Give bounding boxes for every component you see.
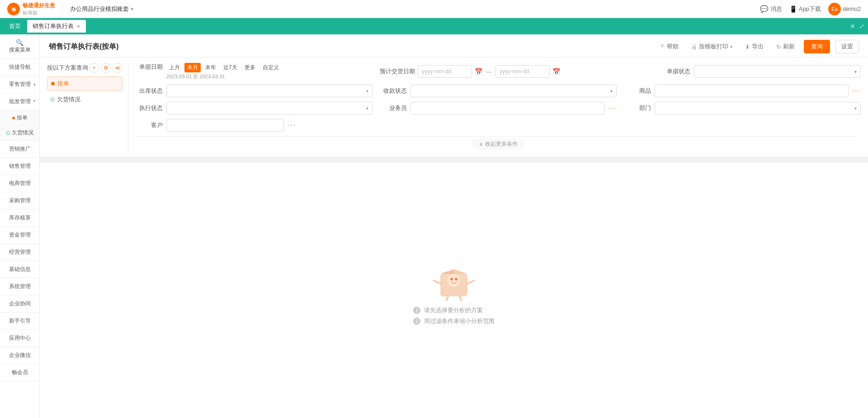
filter-row-1: 单据日期 上月 本月 本年 近7天 更多 自定义 2023-03-01 至 20… [136,63,861,80]
sidebar-item-wholesale[interactable]: 批发管理 [0,93,39,110]
sidebar-sub-item-欠货情况[interactable]: 欠货情况 [0,125,39,140]
salesperson-field: 业务员 ··· [380,102,617,114]
sidebar-item-base-info[interactable]: 基础信息 [0,261,39,278]
settings-btn[interactable]: 设置 [835,40,859,53]
sidebar-item-enterprise[interactable]: 企业协同 [0,295,39,313]
page-actions: ？ 帮助 🖨 按模板打印 ▾ ⬇ 导出 ↻ 刷新 查询 设置 [656,40,859,53]
page-title: 销售订单执行表(按单) [49,42,119,52]
sidebar-item-newbie[interactable]: 新手引导 [0,313,39,330]
expected-date-label: 预计交货日期 [380,67,415,76]
help-btn[interactable]: ？ 帮助 [656,41,682,52]
logo-area: 畅 畅捷通好生意 标准版 [7,2,55,16]
export-btn[interactable]: ⬇ 导出 [741,41,767,52]
date-tab-本年[interactable]: 本年 [203,63,219,72]
expand-icon[interactable]: ⤢ [859,23,864,30]
phone-icon: 📱 [789,5,797,13]
close-window-icon[interactable]: ✕ [850,23,855,30]
goods-label: 商品 [624,87,651,95]
salesperson-input[interactable] [410,102,604,114]
expected-date-end-input[interactable]: yyyy-mm-dd [495,65,550,78]
sidebar-item-quick-nav[interactable]: 快捷导航 [0,59,39,76]
print-arrow-icon: ▾ [730,44,732,49]
sidebar-item-app-center[interactable]: 应用中心 [0,330,39,347]
sidebar-quick-nav-label: 快捷导航 [9,64,31,70]
filter-row-2: 出库状态 ▾ 收款状态 ▾ 商品 [136,85,861,97]
date-tab-上月[interactable]: 上月 [166,63,183,72]
collapse-scheme-btn[interactable]: ≪ [113,63,123,73]
collapse-btn[interactable]: ∧ 收起更多条件 [472,138,525,150]
collapse-btn-label: 收起更多条件 [485,140,518,148]
exec-status-arrow-icon: ▾ [366,106,368,111]
print-btn[interactable]: 🖨 按模板打印 ▾ [688,41,736,52]
sidebar-item-finance[interactable]: 资金管理 [0,227,39,244]
query-btn[interactable]: 查询 [804,40,830,53]
sidebar-operations-label: 经营管理 [9,249,31,255]
refresh-btn[interactable]: ↻ 刷新 [773,41,798,52]
date-tab-近7天[interactable]: 近7天 [221,63,240,72]
sidebar-item-inventory[interactable]: 库存核算 [0,209,39,227]
settings-scheme-btn[interactable]: ⚙ [101,63,111,73]
expected-date-start-placeholder: yyyy-mm-dd [422,68,451,75]
sidebar-item-vip[interactable]: 畅会员 [0,364,39,381]
page-header: 销售订单执行表(按单) ？ 帮助 🖨 按模板打印 ▾ ⬇ 导出 ↻ 刷新 [40,34,868,57]
tab-close-icon[interactable]: ✕ [76,24,80,29]
sidebar-item-sales-mgmt[interactable]: 销售管理 [0,158,39,175]
salesperson-more-btn[interactable]: ··· [608,104,617,112]
date-tab-本月[interactable]: 本月 [184,63,201,72]
app-download-btn[interactable]: 📱 App下载 [789,5,821,13]
customer-input[interactable] [166,119,284,132]
breadcrumb[interactable]: 办公用品行业模拟账套 ▾ [70,5,133,13]
export-icon: ⬇ [745,43,750,50]
filter-row-4: 客户 ··· [136,119,861,132]
date-tab-自定义[interactable]: 自定义 [260,63,282,72]
filter-panel: 按以下方案查询 + ⚙ ≪ 按单 欠货情况 [40,57,868,157]
add-scheme-btn[interactable]: + [89,63,99,73]
receipt-status-select[interactable]: ▾ [410,85,617,97]
scheme-欠货情况-label: 欠货情况 [57,95,80,104]
goods-input[interactable] [655,85,849,97]
sidebar-item-marketing[interactable]: 营销推广 [0,141,39,158]
exec-status-label: 执行状态 [136,104,163,112]
sidebar-item-system[interactable]: 系统管理 [0,278,39,295]
filter-fields: 单据日期 上月 本月 本年 近7天 更多 自定义 2023-03-01 至 20… [128,63,861,152]
dept-select[interactable]: ▾ [655,102,861,114]
empty-state: 1 请先选择要分析的方案 2 用过滤条件来缩小分析范围 [404,228,504,352]
date-separator: — [485,68,493,75]
goods-more-btn[interactable]: ··· [852,87,861,95]
tab-sales-exec[interactable]: 销售订单执行表 ✕ [27,20,86,33]
sidebar-item-search-menu[interactable]: 🔍 搜索菜单 [0,34,39,59]
sidebar-system-label: 系统管理 [9,283,31,290]
customer-more-btn[interactable]: ··· [288,121,296,129]
top-header: 畅 畅捷通好生意 标准版 办公用品行业模拟账套 ▾ 💬 消息 📱 App下载 E… [0,0,868,18]
sidebar-retail-label: 零售管理 [9,81,31,87]
exec-status-select[interactable]: ▾ [166,102,373,114]
svg-point-6 [448,274,460,287]
sidebar-item-wechat[interactable]: 企业微信 [0,347,39,364]
sidebar-sub-wholesale: 按单 欠货情况 [0,110,39,141]
sidebar-item-ecommerce[interactable]: 电商管理 [0,175,39,192]
user-name: demo2 [843,5,861,12]
tab-home[interactable]: 首页 [4,20,26,33]
doc-status-label: 单据状态 [663,67,690,76]
scheme-item-欠货情况[interactable]: 欠货情况 [47,93,123,106]
tip-num-2: 2 [413,318,420,325]
export-label: 导出 [752,43,764,51]
sidebar-finance-label: 资金管理 [9,232,31,238]
logo-text: 畅捷通好生意 标准版 [23,2,55,16]
scheme-item-按单[interactable]: 按单 [47,76,123,91]
doc-status-select[interactable]: ▾ [694,65,861,78]
expected-date-start-input[interactable]: yyyy-mm-dd [418,65,472,78]
date-tab-更多[interactable]: 更多 [242,63,258,72]
message-btn[interactable]: 💬 消息 [760,5,782,13]
cal-icon-end: 📅 [552,68,560,75]
sidebar: 🔍 搜索菜单 快捷导航 零售管理 批发管理 按单 欠货情况 营销推广 销售管理 [0,34,40,418]
empty-illustration [429,256,479,301]
sidebar-sub-item-按单[interactable]: 按单 [0,110,39,125]
ship-status-select[interactable]: ▾ [166,85,373,97]
header-left: 畅 畅捷通好生意 标准版 办公用品行业模拟账套 ▾ [7,2,133,16]
sidebar-item-operations[interactable]: 经营管理 [0,244,39,261]
user-area[interactable]: Ea demo2 [828,3,861,15]
sidebar-item-retail[interactable]: 零售管理 [0,76,39,93]
receipt-status-arrow-icon: ▾ [610,89,613,94]
sidebar-item-purchase[interactable]: 采购管理 [0,192,39,209]
